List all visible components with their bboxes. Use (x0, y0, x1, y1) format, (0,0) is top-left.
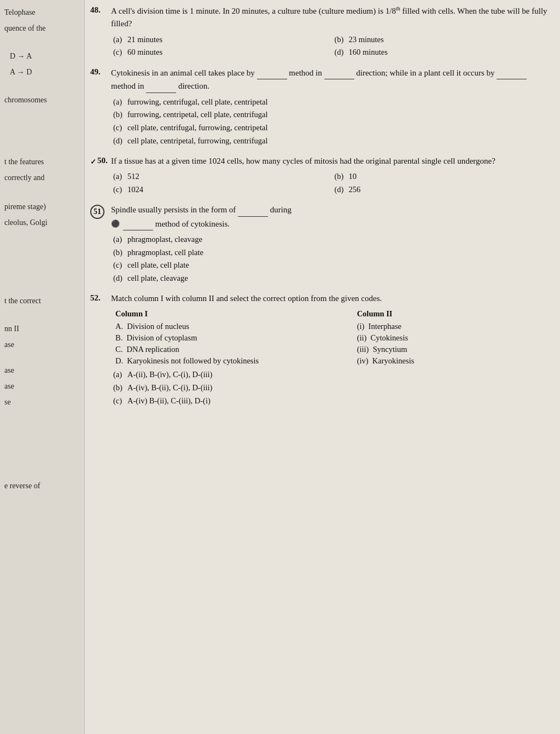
q52-option-c: (c) A-(iv) B-(ii), C-(iii), D-(i) (113, 395, 550, 407)
left-item-features: t the features (4, 155, 80, 169)
q51-option-c: (c) cell plate, cell plate (113, 259, 550, 271)
match-row-A: A. Division of nucleus (i) Interphase (111, 321, 550, 332)
q52-opt-c-text: A-(iv) B-(ii), C-(iii), D-(i) (127, 395, 550, 407)
q49-options: (a) furrowing, centrifugal, cell plate, … (113, 96, 550, 147)
q49-text: Cytokinesis in an animal cell takes plac… (111, 66, 550, 93)
q51-number: 51 (90, 203, 111, 285)
q50-options: (a) 512 (b) 10 (c) 1024 (d) 256 (113, 171, 550, 196)
match-C-text: DNA replication (127, 345, 179, 354)
q50-opt-b-label: (b) (335, 171, 347, 183)
match-B-right-num: (ii) (357, 333, 367, 342)
question-48: 48. A cell's division time is 1 minute. … (90, 4, 550, 59)
question-51: 51 Spindle usually persists in the form … (90, 203, 550, 285)
q52-option-a: (a) A-(ii), B-(iv), C-(i), D-(iii) (113, 369, 550, 381)
col1-header: Column I (111, 308, 353, 321)
q51-option-d: (d) cell plate, cleavage (113, 273, 550, 285)
q51-option-a: (a) phragmoplast, cleavage (113, 234, 550, 246)
q48-body: A cell's division time is 1 minute. In 2… (111, 4, 550, 59)
q51-opt-d-label: (d) (113, 273, 125, 285)
q48-opt-a-text: 21 minutes (127, 34, 329, 46)
q49-option-d: (d) cell plate, centripetal, furrowing, … (113, 135, 550, 147)
match-C-right: (iii) Syncytium (353, 344, 550, 355)
match-B-left: B. Division of cytoplasm (111, 332, 353, 344)
match-C-letter: C. (115, 345, 122, 354)
match-D-text: Karyokinesis not followed by cytokinesis (127, 356, 259, 365)
q51-opt-a-text: phragmoplast, cleavage (127, 234, 550, 246)
q49-body: Cytokinesis in an animal cell takes plac… (111, 66, 550, 147)
q48-opt-a-label: (a) (113, 34, 125, 46)
match-row-C: C. DNA replication (iii) Syncytium (111, 344, 550, 355)
left-item-chromosomes: chromosomes (4, 93, 80, 107)
match-C-right-num: (iii) (357, 345, 369, 354)
page: Telophase quence of the D → A A → D chro… (0, 0, 560, 734)
q51-blank1 (238, 203, 268, 216)
q51-opt-b-label: (b) (113, 247, 125, 259)
q51-opt-c-text: cell plate, cell plate (127, 259, 550, 271)
q50-text: If a tissue has at a given time 1024 cel… (111, 155, 550, 167)
left-item-AtoD: A → D (4, 65, 80, 79)
q52-number: 52. (90, 292, 111, 407)
match-D-right-text: Karyokinesis (372, 356, 415, 365)
left-item-ase2: ase (4, 363, 80, 377)
q49-opt-b-label: (b) (113, 109, 125, 121)
q49-blank3 (497, 66, 527, 79)
left-item-cleolus: cleolus, Golgi (4, 216, 80, 229)
q50-number: ✓ 50. (90, 155, 111, 196)
q48-option-d: (d) 160 minutes (335, 47, 551, 59)
match-A-left: A. Division of nucleus (111, 321, 353, 332)
q49-opt-a-label: (a) (113, 96, 125, 108)
left-item-reverse: e reverse of (4, 479, 80, 493)
left-item-telophase: Telophase (4, 5, 80, 19)
q51-annotation: ⚫ (111, 218, 120, 229)
q50-opt-a-text: 512 (127, 171, 329, 183)
q50-body: If a tissue has at a given time 1024 cel… (111, 155, 550, 196)
q52-opt-b-label: (b) (113, 382, 125, 394)
q51-body: Spindle usually persists in the form of … (111, 203, 550, 285)
q49-opt-c-label: (c) (113, 122, 125, 134)
match-D-letter: D. (115, 356, 123, 365)
q49-number: 49. (90, 66, 111, 147)
left-item-dtoA: D → A (4, 49, 80, 63)
q49-opt-c-text: cell plate, centrifugal, furrowing, cent… (127, 122, 550, 134)
match-B-right: (ii) Cytokinesis (353, 332, 550, 344)
left-item-se: se (4, 395, 80, 409)
q48-opt-b-label: (b) (335, 34, 347, 46)
q50-opt-b-text: 10 (349, 171, 551, 183)
q48-opt-c-text: 60 minutes (127, 47, 329, 59)
q48-option-a: (a) 21 minutes (113, 34, 329, 46)
match-row-D: D. Karyokinesis not followed by cytokine… (111, 355, 550, 367)
q51-opt-a-label: (a) (113, 234, 125, 246)
match-A-letter: A. (115, 322, 123, 331)
match-A-right: (i) Interphase (353, 321, 550, 332)
match-B-text: Division of cytoplasm (127, 333, 197, 342)
q49-option-b: (b) furrowing, centripetal, cell plate, … (113, 109, 550, 121)
q50-option-a: (a) 512 (113, 171, 329, 183)
q49-opt-d-label: (d) (113, 135, 125, 147)
question-50: ✓ 50. If a tissue has at a given time 10… (90, 155, 550, 196)
q52-options: (a) A-(ii), B-(iv), C-(i), D-(iii) (b) A… (113, 369, 550, 407)
q49-blank1 (257, 66, 287, 79)
left-item-correctly: correctly and (4, 171, 80, 184)
question-49: 49. Cytokinesis in an animal cell takes … (90, 66, 550, 147)
q49-option-a: (a) furrowing, centrifugal, cell plate, … (113, 96, 550, 108)
q49-blank4 (146, 79, 176, 93)
q52-opt-b-text: A-(iv), B-(ii), C-(i), D-(iii) (127, 382, 550, 394)
match-D-left: D. Karyokinesis not followed by cytokine… (111, 355, 353, 367)
q48-option-c: (c) 60 minutes (113, 47, 329, 59)
q51-opt-b-text: phragmoplast, cell plate (127, 247, 550, 259)
q50-option-d: (d) 256 (335, 184, 551, 196)
left-item-quence: quence of the (4, 21, 80, 35)
q48-opt-d-label: (d) (335, 47, 347, 59)
match-row-B: B. Division of cytoplasm (ii) Cytokinesi… (111, 332, 550, 344)
q49-opt-a-text: furrowing, centrifugal, cell plate, cent… (127, 96, 550, 108)
q48-options: (a) 21 minutes (b) 23 minutes (c) 60 min… (113, 34, 550, 59)
q50-opt-c-label: (c) (113, 184, 125, 196)
question-52: 52. Match column I with column II and se… (90, 292, 550, 407)
q50-num-text: 50. (97, 156, 108, 165)
left-item-pireme: pireme stage) (4, 200, 80, 213)
q50-opt-d-label: (d) (335, 184, 347, 196)
q52-text: Match column I with column II and select… (111, 292, 550, 305)
left-item-nn2: nn II (4, 322, 80, 336)
left-item-correct: t the correct (4, 294, 80, 308)
q50-option-c: (c) 1024 (113, 184, 329, 196)
